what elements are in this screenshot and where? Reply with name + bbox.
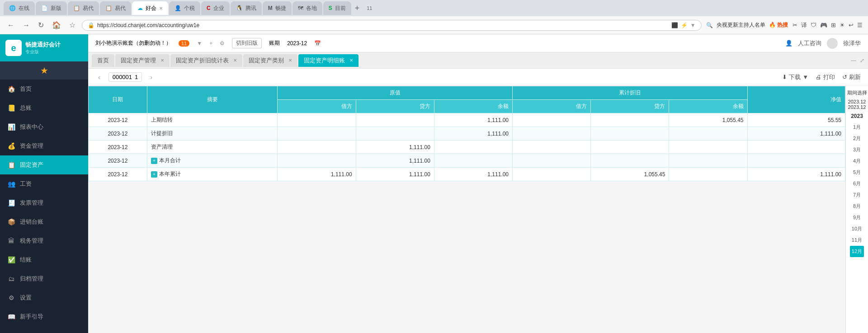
game-icon[interactable]: 🎮 — [820, 22, 827, 28]
bookmark-button[interactable]: ☆ — [67, 19, 77, 31]
cell-accum-credit — [591, 154, 669, 168]
tab-fixed-asset-category[interactable]: 固定资产类别 ✕ — [243, 54, 297, 67]
url-input-box[interactable]: 🔒 https://cloud.chanjet.com/accounting/u… — [82, 20, 702, 31]
browser-tab-haokuai[interactable]: ☁ 好会 ✕ — [132, 1, 168, 15]
period-month-item[interactable]: 12月 — [850, 246, 864, 257]
table-row: 2023-12 +本年累计 1,111.00 1,111.00 1,111.00… — [89, 168, 845, 181]
shield-icon[interactable]: 🛡 — [811, 22, 816, 28]
browser-tab-new[interactable]: 📄 新版 — [36, 1, 67, 15]
home-browser-button[interactable]: 🏠 — [50, 19, 63, 31]
cell-orig-credit — [356, 113, 434, 127]
close-tab-depreciation-icon[interactable]: ✕ — [233, 58, 237, 63]
refresh-button[interactable]: ↺ 刷新 — [842, 73, 861, 81]
cell-orig-debit — [278, 127, 356, 141]
cell-date: 2023-12 — [89, 168, 147, 181]
minimize-page-icon[interactable]: — — [851, 57, 856, 64]
period-month-item[interactable]: 6月 — [850, 178, 864, 189]
browser-tab-yidai2[interactable]: 📋 易代 — [100, 1, 131, 15]
brightness-icon[interactable]: ☀ — [840, 22, 845, 28]
toolbar-right-actions: ⬇ 下载 ▼ 🖨 打印 ↺ 刷新 — [782, 73, 861, 81]
cell-orig-balance: 1,111.00 — [434, 127, 512, 141]
tab-fixed-asset-depreciation[interactable]: 固定资产折旧统计表 ✕ — [170, 54, 242, 67]
sidebar-item-invoice[interactable]: 🧾 发票管理 — [0, 193, 88, 212]
cell-accum-balance — [669, 168, 747, 181]
sidebar-item-fixed-assets[interactable]: 📋 固定资产 — [0, 155, 88, 174]
browser-tab-gedi[interactable]: 🗺 各地 — [292, 1, 322, 15]
period-month-item[interactable]: 2月 — [850, 133, 864, 144]
settings-account-icon[interactable]: ⚙ — [220, 40, 225, 47]
tab-fixed-asset-mgmt[interactable]: 固定资产管理 ✕ — [115, 54, 170, 67]
scissors-icon[interactable]: ✂ — [793, 22, 797, 28]
next-account-button[interactable]: › — [147, 73, 155, 82]
period-value: 2023-12 — [287, 40, 307, 47]
header-summary: 摘要 — [147, 86, 278, 113]
prev-account-button[interactable]: ‹ — [95, 73, 103, 82]
sidebar-item-settings[interactable]: ⚙ 设置 — [0, 288, 88, 307]
add-tab-button[interactable]: + — [352, 4, 363, 13]
browser-tab-changjie[interactable]: M 畅捷 — [263, 1, 292, 15]
cell-date: 2023-12 — [89, 127, 147, 141]
download-button[interactable]: ⬇ 下载 ▼ — [782, 73, 808, 81]
browser-tab-yidai1[interactable]: 📋 易代 — [68, 1, 99, 15]
period-month-item[interactable]: 11月 — [850, 235, 864, 246]
browser-tab-geshui[interactable]: 👤 个税 — [169, 1, 200, 15]
browser-tab-muqian[interactable]: S 目前 — [323, 1, 351, 15]
switch-version-button[interactable]: 切到旧版 — [232, 38, 262, 48]
menu-icon[interactable]: ☰ — [857, 22, 863, 28]
sidebar-item-ledger[interactable]: 📒 总账 — [0, 98, 88, 117]
sidebar-item-guide[interactable]: 📖 新手引导 — [0, 307, 88, 326]
period-month-item[interactable]: 4月 — [850, 155, 864, 167]
user-name[interactable]: 徐泽华 — [843, 39, 861, 47]
user-avatar — [827, 38, 838, 49]
translate-icon[interactable]: 译 — [801, 21, 807, 29]
sidebar-item-archive[interactable]: 🗂 归档管理 — [0, 269, 88, 288]
period-month-item[interactable]: 3月 — [850, 144, 864, 155]
sidebar-item-closing[interactable]: ✅ 结账 — [0, 250, 88, 269]
support-label[interactable]: 人工咨询 — [798, 39, 821, 47]
cell-summary: +本年累计 — [147, 168, 278, 181]
maximize-page-icon[interactable]: ⤢ — [860, 57, 864, 64]
back-button[interactable]: ← — [5, 19, 16, 31]
grid-icon[interactable]: ⊞ — [831, 22, 836, 28]
browser-tab-online[interactable]: 🌐 在线 — [4, 1, 35, 15]
fixed-assets-nav-icon: 📋 — [7, 161, 15, 169]
refresh-browser-button[interactable]: ↻ — [36, 19, 46, 31]
logo-icon: e — [5, 40, 22, 56]
ledger-table: 日期 摘要 原值 累计折旧 净值 — [88, 86, 845, 181]
add-account-button[interactable]: + — [209, 40, 212, 47]
sidebar-item-tax[interactable]: 🏛 税务管理 — [0, 231, 88, 250]
sidebar-item-funds[interactable]: 💰 资金管理 — [0, 136, 88, 155]
star-icon[interactable]: ★ — [40, 65, 48, 76]
forward-button[interactable]: → — [21, 19, 32, 31]
sidebar-item-payroll[interactable]: 👥 工资 — [0, 174, 88, 193]
period-month-item[interactable]: 9月 — [850, 212, 864, 223]
print-button[interactable]: 🖨 打印 — [816, 73, 835, 81]
calendar-icon[interactable]: 📅 — [314, 40, 321, 47]
close-tab-icon[interactable]: ✕ — [159, 6, 163, 11]
period-month-item[interactable]: 7月 — [850, 189, 864, 201]
undo-icon[interactable]: ↩ — [849, 22, 854, 28]
period-panel: 期间选择 2023.12 2023.12 20231月2月3月4月5月6月7月8… — [845, 86, 868, 333]
logo-subtitle: 专业版 — [25, 49, 61, 55]
tab-home[interactable]: 首页 — [92, 54, 114, 67]
browser-tab-tencent[interactable]: 🐧 腾讯 — [231, 1, 262, 15]
header-date: 日期 — [89, 86, 147, 113]
period-month-item[interactable]: 8月 — [850, 201, 864, 212]
period-month-item[interactable]: 10月 — [850, 223, 864, 235]
page-tabs: 首页 固定资产管理 ✕ 固定资产折旧统计表 ✕ 固定资产类别 ✕ 固定资产明细账… — [88, 52, 868, 69]
close-tab-ledger-icon[interactable]: ✕ — [349, 58, 353, 63]
sidebar-item-reports[interactable]: 📊 报表中心 — [0, 117, 88, 136]
search-area: 🔍 央视更新主持人名单 🔥 热搜 — [706, 21, 788, 29]
close-tab-fixed-asset-mgmt-icon[interactable]: ✕ — [160, 58, 164, 63]
period-month-item[interactable]: 2023 — [850, 111, 864, 122]
tab-fixed-asset-ledger[interactable]: 固定资产明细账 ✕ — [298, 54, 359, 67]
period-month-item[interactable]: 5月 — [850, 167, 864, 178]
close-tab-category-icon[interactable]: ✕ — [288, 58, 292, 63]
sidebar-item-inventory[interactable]: 📦 进销台账 — [0, 212, 88, 231]
account-number-box: 000001 1 — [108, 72, 142, 82]
period-month-item[interactable]: 1月 — [850, 122, 864, 133]
main-content: 刘小艳演示账套（勿删勿动！） 11 ▼ + ⚙ 切到旧版 账期 2023-12 … — [88, 34, 868, 333]
browser-tab-qiye[interactable]: C 企业 — [201, 1, 230, 15]
dropdown-company-icon[interactable]: ▼ — [197, 40, 202, 47]
sidebar-item-home[interactable]: 🏠 首页 — [0, 80, 88, 98]
